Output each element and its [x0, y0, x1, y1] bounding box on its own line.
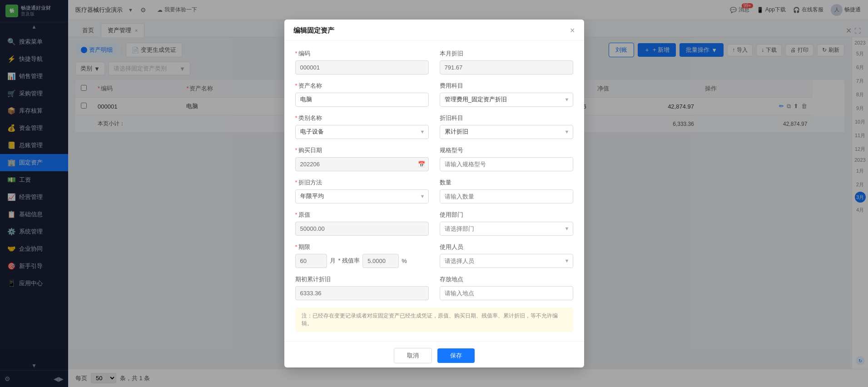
period-residual-group: 月 * 残值率 % — [295, 254, 429, 268]
calendar-icon[interactable]: 📅 — [418, 161, 425, 168]
user-select-wrap: ▼ — [440, 254, 573, 268]
field-depreciation-account: 折旧科目 ▼ — [440, 114, 573, 139]
category-label: * 类别名称 — [295, 114, 429, 122]
quantity-label: 数量 — [440, 179, 573, 187]
form-grid: * 编码 本月折旧 * 资产名称 — [295, 50, 573, 300]
department-label: 使用部门 — [440, 211, 573, 219]
depreciation-account-select-wrap: ▼ — [440, 125, 573, 139]
modal-overlay: 编辑固定资产 × * 编码 本月折旧 — [0, 0, 868, 387]
residual-rate-input[interactable] — [362, 254, 399, 268]
field-expense-account: 费用科目 ▼ — [440, 82, 573, 107]
depreciation-method-label: * 折旧方法 — [295, 179, 429, 187]
expense-account-label: 费用科目 — [440, 82, 573, 90]
field-spec-model: 规格型号 — [440, 146, 573, 171]
purchase-date-wrap: 📅 — [295, 157, 429, 171]
asset-name-input[interactable] — [295, 93, 429, 107]
modal-close-button[interactable]: × — [570, 26, 575, 35]
location-input[interactable] — [440, 286, 573, 300]
initial-depreciation-label: 期初累计折旧 — [295, 275, 429, 283]
depreciation-method-select-wrap: ▼ — [295, 189, 429, 203]
expense-account-select-wrap: ▼ — [440, 93, 573, 107]
depreciation-method-input[interactable] — [295, 189, 429, 203]
field-category: * 类别名称 ▼ — [295, 114, 429, 139]
field-initial-depreciation: 期初累计折旧 — [295, 275, 429, 300]
original-value-label: * 原值 — [295, 211, 429, 219]
field-code: * 编码 — [295, 50, 429, 74]
category-select-wrap: ▼ — [295, 125, 429, 139]
modal-footer: 取消 保存 — [284, 341, 584, 368]
field-depreciation-method: * 折旧方法 ▼ — [295, 179, 429, 203]
period-label: * 期限 — [295, 243, 429, 251]
department-input[interactable] — [440, 222, 573, 236]
purchase-date-input[interactable] — [295, 157, 429, 171]
cancel-button[interactable]: 取消 — [394, 348, 432, 363]
purchase-date-label: * 购买日期 — [295, 146, 429, 154]
original-value-input[interactable] — [295, 222, 429, 236]
field-asset-name: * 资产名称 — [295, 82, 429, 107]
asset-name-label: * 资产名称 — [295, 82, 429, 90]
location-label: 存放地点 — [440, 275, 573, 283]
period-input[interactable] — [295, 254, 327, 268]
field-department: 使用部门 ▼ — [440, 211, 573, 236]
quantity-input[interactable] — [440, 189, 573, 203]
monthly-depreciation-input — [440, 60, 573, 74]
spec-model-input[interactable] — [440, 157, 573, 171]
depreciation-account-label: 折旧科目 — [440, 114, 573, 122]
code-input[interactable] — [295, 60, 429, 74]
user-label: 使用人员 — [440, 243, 573, 251]
save-button[interactable]: 保存 — [437, 348, 475, 363]
modal-title: 编辑固定资产 — [293, 26, 334, 35]
field-purchase-date: * 购买日期 📅 — [295, 146, 429, 171]
modal-header: 编辑固定资产 × — [284, 20, 584, 40]
user-input[interactable] — [440, 254, 573, 268]
field-code-label: * 编码 — [295, 50, 429, 58]
monthly-depreciation-label: 本月折旧 — [440, 50, 573, 58]
depreciation-account-input[interactable] — [440, 125, 573, 139]
modal-note: 注：已经存在变更记录或者对应固定资产已经生成凭证，原值、购买日期、残值率、累计折… — [295, 308, 573, 332]
field-original-value: * 原值 — [295, 211, 429, 236]
edit-asset-modal: 编辑固定资产 × * 编码 本月折旧 — [284, 20, 584, 368]
initial-depreciation-input[interactable] — [295, 286, 429, 300]
field-user: 使用人员 ▼ — [440, 243, 573, 268]
field-period-residual: * 期限 月 * 残值率 % — [295, 243, 429, 268]
spec-model-label: 规格型号 — [440, 146, 573, 154]
field-monthly-depreciation: 本月折旧 — [440, 50, 573, 74]
modal-body: * 编码 本月折旧 * 资产名称 — [284, 40, 584, 341]
field-location: 存放地点 — [440, 275, 573, 300]
category-input[interactable] — [295, 125, 429, 139]
department-select-wrap: ▼ — [440, 222, 573, 236]
field-quantity: 数量 — [440, 179, 573, 203]
expense-account-input[interactable] — [440, 93, 573, 107]
